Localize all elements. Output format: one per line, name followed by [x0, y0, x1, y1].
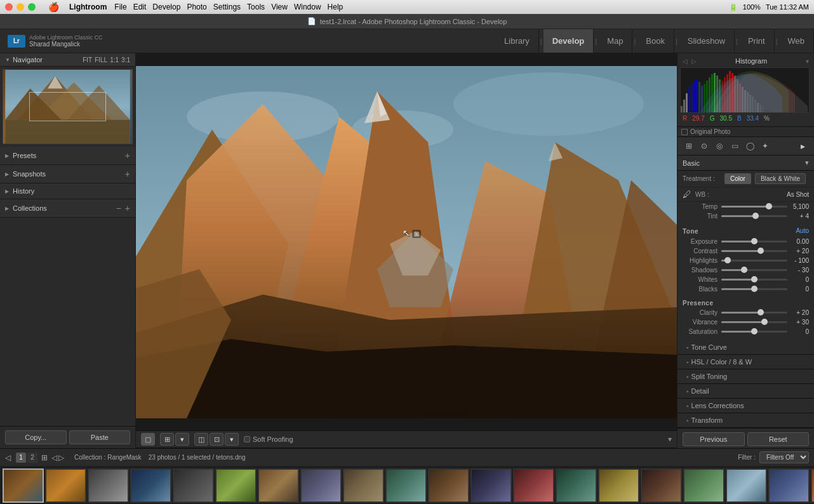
- film-thumb-1[interactable]: [3, 468, 44, 503]
- filter-dropdown[interactable]: Filters Off: [759, 451, 809, 463]
- collections-minus-icon[interactable]: −: [116, 203, 121, 213]
- film-thumb-10[interactable]: [385, 468, 427, 503]
- temp-thumb[interactable]: [766, 203, 772, 209]
- vibrance-thumb[interactable]: [761, 319, 768, 325]
- snapshots-header[interactable]: ▶ Snapshots +: [0, 165, 135, 183]
- film-thumb-4[interactable]: [130, 468, 171, 503]
- module-library[interactable]: Library: [495, 29, 539, 53]
- graduated-filter-tool[interactable]: ▭: [727, 140, 742, 152]
- navigator-preview[interactable]: [3, 69, 133, 144]
- minimize-button[interactable]: [17, 3, 24, 11]
- eyedropper-icon[interactable]: 🖊: [683, 189, 691, 199]
- film-thumb-2[interactable]: [45, 468, 86, 503]
- film-thumb-20[interactable]: [811, 468, 814, 503]
- adjustment-brush-tool[interactable]: ✦: [757, 140, 773, 152]
- module-map[interactable]: Map: [598, 29, 632, 53]
- develop-menu[interactable]: Develop: [152, 3, 180, 11]
- zoom-fit[interactable]: FIT: [83, 56, 92, 63]
- film-thumb-16[interactable]: [641, 468, 682, 503]
- soft-proofing-checkbox[interactable]: [244, 436, 250, 442]
- navigator-collapse-icon[interactable]: ▼: [5, 57, 10, 63]
- histogram-collapse-icon[interactable]: ▾: [806, 58, 809, 65]
- collections-header[interactable]: ▶ Collections − +: [0, 199, 135, 217]
- color-treatment-button[interactable]: Color: [724, 173, 751, 184]
- grid-icon[interactable]: ⊞: [41, 453, 48, 462]
- snapshots-add-icon[interactable]: +: [125, 169, 130, 179]
- highlights-slider[interactable]: [721, 260, 787, 262]
- collections-add-icon[interactable]: +: [125, 203, 130, 213]
- page-2-indicator[interactable]: 2: [27, 453, 37, 463]
- toolbar-collapse-button[interactable]: ▾: [668, 435, 672, 444]
- crop-tool[interactable]: ⊞: [681, 140, 697, 152]
- film-thumb-15[interactable]: [598, 468, 639, 503]
- exposure-thumb[interactable]: [751, 238, 757, 244]
- film-thumb-11[interactable]: [428, 468, 469, 503]
- module-develop[interactable]: Develop: [544, 29, 594, 53]
- tint-thumb[interactable]: [752, 213, 759, 219]
- history-header[interactable]: ▶ History: [0, 183, 135, 199]
- clarity-slider[interactable]: [721, 312, 787, 314]
- lens-corrections-section[interactable]: ▪ Lens Corrections: [677, 399, 814, 413]
- grid-options-button[interactable]: ▾: [175, 433, 189, 446]
- presets-add-icon[interactable]: +: [125, 150, 130, 161]
- compare-options-button[interactable]: ▾: [225, 433, 239, 446]
- module-book[interactable]: Book: [637, 29, 674, 53]
- filmstrip-nav-left[interactable]: ◁: [5, 453, 11, 462]
- single-view-button[interactable]: ▢: [141, 433, 155, 446]
- photo-menu[interactable]: Photo: [187, 3, 206, 11]
- film-thumb-3[interactable]: [88, 468, 129, 503]
- bw-treatment-button[interactable]: Black & White: [755, 173, 806, 184]
- copy-button[interactable]: Copy...: [5, 430, 67, 444]
- maximize-button[interactable]: [28, 3, 36, 11]
- module-slideshow[interactable]: Slideshow: [679, 29, 735, 53]
- previous-button[interactable]: Previous: [683, 432, 745, 446]
- app-name[interactable]: Lightroom: [69, 3, 107, 11]
- vibrance-slider[interactable]: [721, 321, 787, 323]
- paste-button[interactable]: Paste: [69, 430, 131, 444]
- compare-button[interactable]: ◫: [194, 433, 208, 446]
- module-print[interactable]: Print: [739, 29, 775, 53]
- temp-slider[interactable]: [721, 206, 787, 208]
- shadows-thumb[interactable]: [741, 267, 747, 273]
- film-thumb-18[interactable]: [726, 468, 767, 503]
- settings-menu[interactable]: Settings: [213, 3, 241, 11]
- saturation-slider[interactable]: [721, 331, 787, 333]
- wb-value[interactable]: As Shot: [787, 191, 809, 198]
- tools-menu[interactable]: Tools: [247, 3, 265, 11]
- basic-collapse-icon[interactable]: ▾: [805, 159, 809, 167]
- edit-menu[interactable]: Edit: [133, 3, 147, 11]
- arrow-right-icon[interactable]: ▷: [58, 453, 64, 462]
- module-web[interactable]: Web: [779, 29, 815, 53]
- arrow-left-icon[interactable]: ◁: [51, 453, 57, 462]
- film-thumb-17[interactable]: [683, 468, 724, 503]
- presets-header[interactable]: ▶ Presets +: [0, 147, 135, 164]
- clarity-thumb[interactable]: [757, 309, 764, 315]
- histogram-icon-right[interactable]: ▷: [691, 58, 697, 65]
- exposure-slider[interactable]: [721, 241, 787, 242]
- split-toning-section[interactable]: ▪ Split Toning: [677, 369, 814, 384]
- saturation-thumb[interactable]: [751, 328, 757, 335]
- film-thumb-7[interactable]: [258, 468, 299, 503]
- window-menu[interactable]: Window: [294, 3, 321, 11]
- film-thumb-6[interactable]: [215, 468, 257, 503]
- film-thumb-19[interactable]: [768, 468, 810, 503]
- close-button[interactable]: [5, 3, 13, 11]
- whites-thumb[interactable]: [751, 276, 757, 282]
- blacks-thumb[interactable]: [751, 286, 757, 292]
- contrast-slider[interactable]: [721, 250, 787, 252]
- zoom-3-1[interactable]: 3:1: [121, 56, 130, 63]
- expand-icon[interactable]: ▸: [795, 140, 810, 152]
- spot-removal-tool[interactable]: ⊙: [697, 140, 712, 152]
- redeye-tool[interactable]: ◎: [712, 140, 727, 152]
- tone-curve-section[interactable]: ▪ Tone Curve: [677, 340, 814, 355]
- whites-slider[interactable]: [721, 279, 787, 281]
- film-thumb-12[interactable]: [470, 468, 512, 503]
- transform-section[interactable]: ▪ Transform: [677, 413, 814, 428]
- survey-button[interactable]: ⊡: [210, 433, 224, 446]
- film-thumb-9[interactable]: [343, 468, 384, 503]
- zoom-1-1[interactable]: 1:1: [110, 56, 119, 63]
- grid-view-button[interactable]: ⊞: [160, 433, 174, 446]
- zoom-fill[interactable]: FILL: [95, 56, 107, 63]
- shadows-slider[interactable]: [721, 269, 787, 271]
- blacks-slider[interactable]: [721, 288, 787, 290]
